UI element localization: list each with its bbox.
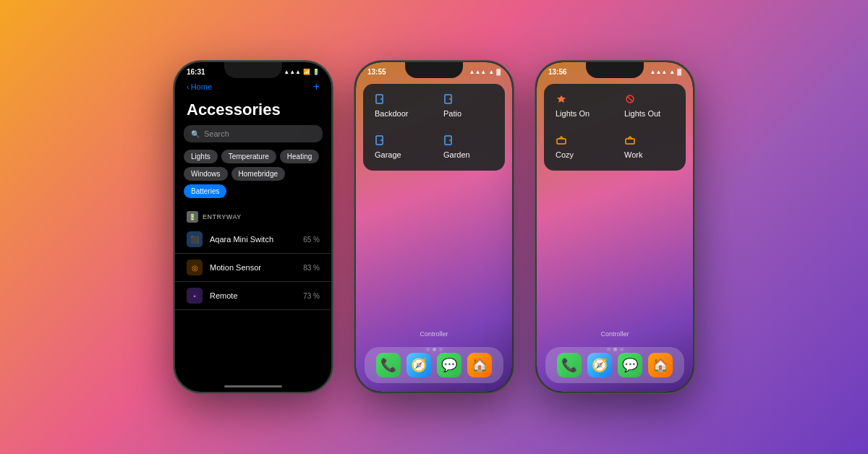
patio-icon	[443, 94, 455, 104]
popup-grid-2: Backdoor Patio Garage	[366, 87, 502, 168]
device-item-1[interactable]: ⬛ Aqara Mini Switch 65 %	[175, 226, 331, 254]
controller-label-3: Controller	[537, 330, 693, 338]
controller-label-2: Controller	[356, 330, 512, 338]
battery-icon: 🔋	[312, 69, 320, 75]
tag-homebridge[interactable]: Homebridge	[231, 167, 285, 181]
safari-app-icon-3: 🧭	[592, 357, 608, 373]
tag-temperature[interactable]: Temperature	[221, 150, 276, 163]
dock-phone-3[interactable]: 📞	[557, 353, 582, 377]
signal-icon: ▲▲▲	[284, 69, 301, 75]
dock-safari-3[interactable]: 🧭	[587, 353, 612, 377]
back-button[interactable]: ‹ Home	[187, 82, 212, 91]
popup-item-garage[interactable]: Garage	[366, 128, 433, 168]
device-icon-3: ▪	[187, 288, 203, 304]
phone1-screen: 16:31 ▲▲▲ 📶 🔋 ‹ Home + Accessories 🔍 Sea…	[175, 62, 331, 392]
home-app-icon: 🏠	[472, 357, 488, 373]
wifi-icon-2: ▲	[488, 69, 494, 75]
section-icon: 🔋	[187, 211, 198, 223]
backdoor-icon	[375, 94, 386, 104]
popup-item-cozy[interactable]: Cozy	[547, 128, 614, 168]
device-name-2: Motion Sensor	[210, 263, 303, 272]
add-button[interactable]: +	[313, 80, 320, 93]
search-icon: 🔍	[191, 130, 200, 138]
popup-label-lights-out: Lights Out	[624, 109, 660, 118]
dock-safari[interactable]: 🧭	[407, 353, 431, 377]
signal-icon-2: ▲▲▲	[469, 69, 486, 75]
status-bar-1: 16:31 ▲▲▲ 📶 🔋	[175, 62, 331, 79]
status-icons-3: ▲▲▲ ▲ ▓	[650, 69, 681, 75]
tag-lights[interactable]: Lights	[184, 150, 218, 163]
device-name-3: Remote	[210, 291, 303, 300]
status-bar-3: 13:56 ▲▲▲ ▲ ▓	[537, 62, 693, 79]
device-pct-1: 65 %	[303, 236, 320, 244]
device-item-2[interactable]: ◎ Motion Sensor 83 %	[175, 254, 331, 282]
popup-label-work: Work	[624, 150, 642, 159]
motion-icon: ◎	[192, 264, 198, 272]
tag-heating[interactable]: Heating	[280, 150, 319, 163]
dock-home-3[interactable]: 🏠	[648, 353, 673, 377]
home-indicator-1	[224, 385, 282, 387]
device-item-3[interactable]: ▪ Remote 73 %	[175, 282, 331, 310]
svg-line-9	[627, 96, 633, 102]
dock-phone[interactable]: 📞	[376, 353, 401, 377]
status-icons-1: ▲▲▲ 📶 🔋	[284, 69, 320, 75]
remote-icon: ▪	[193, 292, 196, 300]
phone3-screen: 13:56 ▲▲▲ ▲ ▓ Lights On	[537, 62, 693, 392]
section-label: ENTRYWAY	[203, 213, 242, 220]
home-app-icon-3: 🏠	[652, 357, 668, 373]
phone-app-icon: 📞	[380, 357, 396, 373]
page-title: Accessories	[175, 98, 331, 125]
device-pct-3: 73 %	[303, 292, 320, 300]
work-icon	[624, 135, 636, 145]
popup-label-garage: Garage	[375, 150, 401, 159]
battery-icon-2: ▓	[496, 69, 501, 75]
back-label: Home	[191, 82, 212, 91]
dock-3: 📞 🧭 💬 🏠	[545, 347, 684, 383]
dock-home[interactable]: 🏠	[467, 353, 492, 377]
section-header: 🔋 ENTRYWAY	[175, 205, 331, 226]
nav-bar-1: ‹ Home +	[175, 79, 331, 98]
cozy-icon	[556, 135, 567, 145]
aqara-icon: ⬛	[190, 236, 199, 244]
phone-2: 13:55 ▲▲▲ ▲ ▓ Backdoor	[354, 61, 514, 393]
popup-item-backdoor[interactable]: Backdoor	[366, 87, 433, 127]
svg-rect-11	[626, 139, 634, 144]
tag-windows[interactable]: Windows	[184, 167, 228, 181]
popup-label-cozy: Cozy	[556, 150, 574, 159]
signal-icon-3: ▲▲▲	[650, 69, 667, 75]
wifi-icon: 📶	[303, 69, 310, 75]
popup-label-patio: Patio	[443, 109, 461, 118]
status-bar-2: 13:55 ▲▲▲ ▲ ▓	[356, 62, 512, 79]
lights-out-icon	[624, 94, 636, 104]
tag-batteries[interactable]: Batteries	[184, 184, 226, 198]
status-icons-2: ▲▲▲ ▲ ▓	[469, 69, 501, 75]
battery-icon-3: ▓	[677, 69, 681, 75]
popup-item-lights-on[interactable]: Lights On	[547, 87, 614, 127]
time-1: 16:31	[187, 68, 205, 76]
time-2: 13:55	[367, 68, 386, 76]
dock-messages[interactable]: 💬	[437, 353, 461, 377]
filter-tags: Lights Temperature Heating Windows Homeb…	[175, 150, 331, 205]
dock-messages-3[interactable]: 💬	[618, 353, 642, 377]
safari-app-icon: 🧭	[411, 357, 427, 373]
device-pct-2: 83 %	[303, 264, 320, 272]
search-bar[interactable]: 🔍 Search	[184, 125, 323, 142]
popup-item-patio[interactable]: Patio	[435, 87, 502, 127]
popup-label-garden: Garden	[443, 150, 470, 159]
device-name-1: Aqara Mini Switch	[210, 235, 303, 244]
lights-on-icon	[556, 94, 567, 104]
back-chevron-icon: ‹	[187, 82, 190, 91]
wifi-icon-3: ▲	[669, 69, 675, 75]
phone-app-icon-3: 📞	[561, 357, 577, 373]
popup-item-lights-out[interactable]: Lights Out	[616, 87, 683, 127]
popup-menu-2: Backdoor Patio Garage	[363, 84, 505, 171]
popup-label-lights-on: Lights On	[556, 109, 590, 118]
search-placeholder: Search	[204, 129, 229, 138]
time-3: 13:56	[548, 68, 567, 76]
messages-app-icon: 💬	[441, 357, 457, 373]
dock-2: 📞 🧭 💬 🏠	[365, 347, 503, 383]
phone-1: 16:31 ▲▲▲ 📶 🔋 ‹ Home + Accessories 🔍 Sea…	[174, 61, 333, 393]
popup-item-garden[interactable]: Garden	[435, 128, 502, 168]
svg-rect-10	[557, 139, 566, 144]
popup-item-work[interactable]: Work	[616, 128, 683, 168]
